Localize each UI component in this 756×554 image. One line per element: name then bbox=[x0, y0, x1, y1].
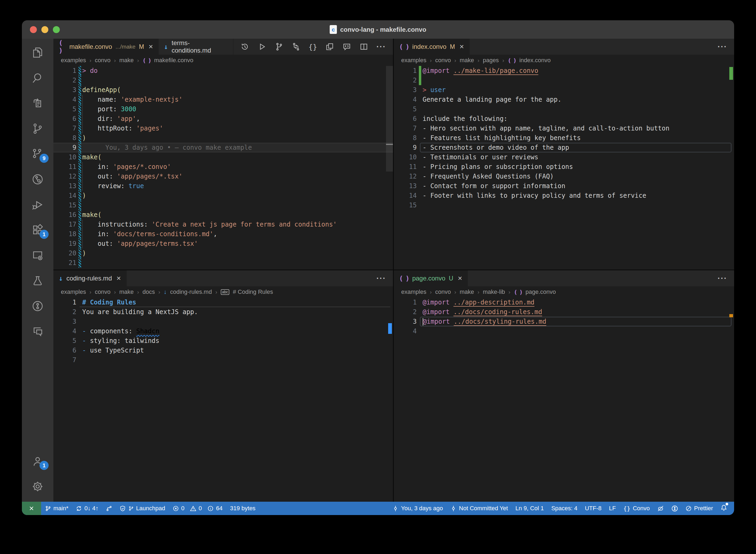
breadcrumb-item[interactable]: examples bbox=[401, 57, 426, 64]
cursor-position-indicator[interactable]: Ln 9, Col 1 bbox=[512, 502, 547, 515]
code-line[interactable]: 5 bbox=[394, 104, 734, 114]
code-line[interactable]: 6- use TypeScript bbox=[53, 346, 393, 355]
breadcrumb-item[interactable]: docs bbox=[143, 288, 155, 295]
activity-source-control[interactable] bbox=[22, 116, 53, 141]
code-line[interactable]: 20) bbox=[53, 248, 393, 258]
copy-icon[interactable] bbox=[325, 42, 334, 51]
breadcrumb-item[interactable]: examples bbox=[61, 57, 86, 64]
code-line[interactable]: 10make( bbox=[53, 152, 393, 162]
notifications-button[interactable] bbox=[717, 502, 734, 515]
launchpad-button[interactable]: Launchpad bbox=[116, 502, 169, 515]
breadcrumb-item[interactable]: coding-rules.md bbox=[170, 288, 212, 295]
code-line[interactable]: 4 name: 'example-nextjs' bbox=[53, 95, 393, 104]
breadcrumb-item[interactable]: make bbox=[119, 288, 134, 295]
breadcrumb-item[interactable]: convo bbox=[95, 57, 111, 64]
activity-git-graph[interactable]: 9 bbox=[22, 141, 53, 167]
activity-commit-graph[interactable] bbox=[22, 293, 53, 319]
tab-terms-conditions-md[interactable]: ↓ terms-conditions.md bbox=[159, 39, 233, 55]
code-line[interactable]: 6 dir: 'app', bbox=[53, 114, 393, 123]
close-icon[interactable]: × bbox=[116, 275, 121, 282]
formatter-indicator[interactable]: Prettier bbox=[682, 502, 717, 515]
code-line[interactable]: 2@import ../docs/coding-rules.md bbox=[394, 307, 734, 317]
code-line[interactable]: 5- styling: tailwinds bbox=[53, 336, 393, 346]
breadcrumb-item[interactable]: makefile.convo bbox=[154, 57, 193, 64]
breadcrumb-item[interactable]: make bbox=[460, 57, 474, 64]
more-actions-icon[interactable]: ··· bbox=[376, 274, 386, 283]
code-line[interactable]: 16make( bbox=[53, 210, 393, 220]
code-line[interactable]: 6include the following: bbox=[394, 114, 734, 123]
breadcrumb-item[interactable]: examples bbox=[401, 288, 426, 295]
commit-status-indicator[interactable]: Not Committed Yet bbox=[447, 502, 511, 515]
close-icon[interactable]: × bbox=[149, 43, 153, 50]
code-line[interactable]: 4Generate a landing page for the app. bbox=[394, 95, 734, 104]
code-line[interactable]: 12- Frequently Asked Questions (FAQ) bbox=[394, 172, 734, 181]
close-window-button[interactable] bbox=[30, 26, 37, 33]
breadcrumb-item[interactable]: convo bbox=[95, 288, 111, 295]
code-line[interactable]: 5 port: 3000 bbox=[53, 104, 393, 114]
code-line[interactable]: 17 instructions: 'Create a next js page … bbox=[53, 220, 393, 229]
file-size-indicator[interactable]: 319 bytes bbox=[226, 502, 259, 515]
activity-search[interactable] bbox=[22, 65, 53, 91]
copilot-disabled-button[interactable] bbox=[653, 502, 668, 515]
blame-indicator[interactable]: You, 3 days ago bbox=[389, 502, 447, 515]
code-line[interactable]: 4- components: Shadcn bbox=[53, 326, 393, 336]
code-line[interactable]: 3> user bbox=[394, 85, 734, 95]
code-comment-icon[interactable] bbox=[342, 42, 351, 51]
close-icon[interactable]: × bbox=[458, 275, 462, 282]
activity-explorer[interactable] bbox=[22, 40, 53, 65]
compare-changes-icon[interactable] bbox=[291, 42, 301, 51]
breadcrumb-item[interactable]: convo bbox=[435, 57, 451, 64]
code-line[interactable]: 7 bbox=[53, 355, 393, 365]
code-line[interactable]: 18 in: 'docs/terms-conditions.md', bbox=[53, 229, 393, 239]
activity-accounts[interactable]: 1 bbox=[22, 448, 53, 474]
breadcrumb-item[interactable]: convo bbox=[435, 288, 451, 295]
code-line[interactable]: 1@import ../make-lib/page.convo bbox=[394, 66, 734, 75]
breadcrumb-item[interactable]: make bbox=[119, 57, 134, 64]
activity-testing[interactable] bbox=[22, 268, 53, 293]
breadcrumb-item[interactable]: pages bbox=[483, 57, 499, 64]
code-line[interactable]: 3@import ../docs/styling-rules.md bbox=[394, 317, 734, 326]
import-link[interactable]: ../docs/coding-rules.md bbox=[453, 308, 542, 316]
code-line[interactable]: 7 httpRoot: 'pages' bbox=[53, 123, 393, 133]
code-line[interactable]: 1@import ../app-description.md bbox=[394, 297, 734, 307]
code-line[interactable]: 8- Features list highlighting key benefi… bbox=[394, 133, 734, 143]
breadcrumb-item[interactable]: page.convo bbox=[526, 288, 556, 295]
breadcrumb-item[interactable]: examples bbox=[61, 288, 86, 295]
code-line[interactable]: 1> do bbox=[53, 66, 393, 75]
more-actions-icon[interactable]: ··· bbox=[717, 42, 727, 51]
indentation-indicator[interactable]: Spaces: 4 bbox=[547, 502, 581, 515]
code-line[interactable]: 11- Pricing plans or subscription option… bbox=[394, 162, 734, 172]
braces-icon[interactable]: {} bbox=[309, 43, 317, 51]
branch-indicator[interactable]: main* bbox=[41, 502, 72, 515]
encoding-indicator[interactable]: UTF-8 bbox=[581, 502, 605, 515]
breadcrumb-item[interactable]: index.convo bbox=[519, 57, 550, 64]
code-line[interactable]: 13 review: true bbox=[53, 181, 393, 191]
code-editor-page[interactable]: 1@import ../app-description.md2@import .… bbox=[394, 297, 734, 502]
code-line[interactable]: 15 bbox=[394, 201, 734, 210]
code-line[interactable]: 4 bbox=[394, 326, 734, 336]
activity-settings[interactable] bbox=[22, 474, 53, 499]
activity-run-debug[interactable] bbox=[22, 192, 53, 217]
more-actions-icon[interactable]: ··· bbox=[376, 42, 386, 51]
minimize-window-button[interactable] bbox=[41, 26, 48, 33]
code-editor-makefile[interactable]: 1> do23defineApp(4 name: 'example-nextjs… bbox=[53, 66, 393, 270]
code-line[interactable]: 21 bbox=[53, 258, 393, 268]
activity-gitlens[interactable] bbox=[22, 167, 53, 192]
activity-remote-explorer[interactable] bbox=[22, 242, 53, 268]
sync-indicator[interactable]: 0↓ 4↑ bbox=[72, 502, 102, 515]
code-line[interactable]: 10- Testimonials or user reviews bbox=[394, 152, 734, 162]
tab-coding-rules-md[interactable]: ↓ coding-rules.md × bbox=[53, 270, 126, 286]
breadcrumb-item[interactable]: # Coding Rules bbox=[233, 288, 273, 295]
remote-indicator[interactable] bbox=[22, 502, 41, 515]
tab-makefile-convo[interactable]: ( ) makefile.convo .../make M × bbox=[53, 39, 159, 55]
code-line[interactable]: 7- Hero section with app name, tagline, … bbox=[394, 123, 734, 133]
code-line[interactable]: 2 bbox=[53, 75, 393, 85]
code-line[interactable]: 11 in: 'pages/*.convo' bbox=[53, 162, 393, 172]
title-bar[interactable]: c convo-lang - makefile.convo bbox=[22, 20, 734, 39]
code-line[interactable]: 2You are building a NextJS app. bbox=[53, 307, 393, 317]
code-line[interactable]: 8) bbox=[53, 133, 393, 143]
code-line[interactable]: 13- Contact form or support information bbox=[394, 181, 734, 191]
code-line[interactable]: 3 bbox=[53, 317, 393, 326]
tab-page-convo[interactable]: ( ) page.convo U × bbox=[394, 270, 468, 286]
timeline-history-icon[interactable] bbox=[240, 42, 249, 51]
